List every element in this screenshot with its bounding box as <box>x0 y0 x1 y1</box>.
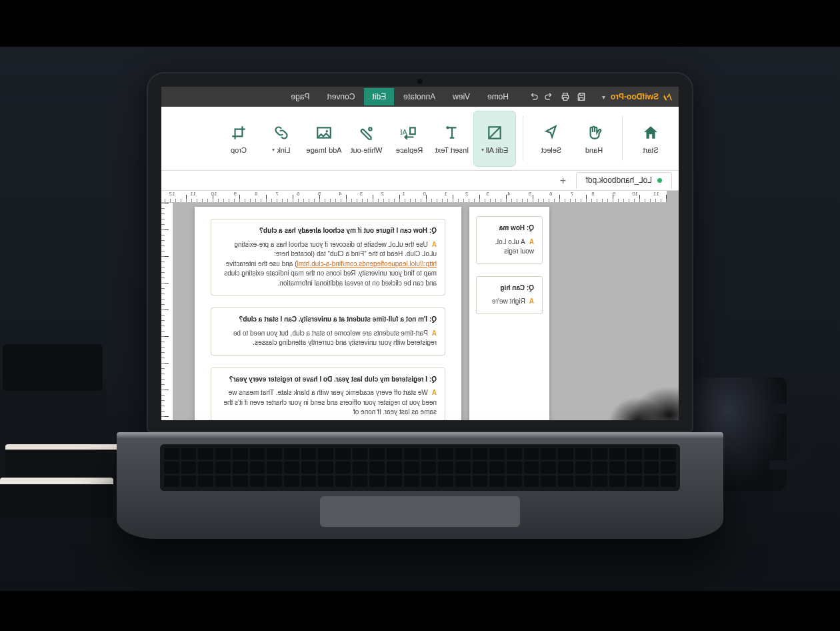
ruler-tick-label: 9 <box>225 191 246 197</box>
menu-edit[interactable]: Edit <box>364 88 394 105</box>
ruler-tick-label: 7 <box>561 191 583 197</box>
hand-icon <box>585 123 603 142</box>
qa-box-partial[interactable]: Q: How maA uLo LoL woul regis <box>476 216 543 264</box>
hand-button[interactable]: Hand <box>573 111 615 167</box>
tab-status-dot-icon <box>657 178 662 183</box>
undo-icon[interactable] <box>527 91 539 103</box>
white-out-button[interactable]: White-out <box>345 111 388 167</box>
ruler-tick-label: 11 <box>645 191 667 197</box>
decorative-smudge <box>605 367 679 420</box>
crop-label: Crop <box>231 146 247 154</box>
ruler-tick-label: 6 <box>288 191 309 197</box>
hand-label: Hand <box>585 146 603 154</box>
save-icon[interactable] <box>575 91 587 103</box>
ruler-tick-label: 7 <box>267 191 288 197</box>
ruler-tick-label: 2 <box>456 191 477 197</box>
add-image-label: Add Image <box>306 146 341 154</box>
svg-point-5 <box>326 130 328 132</box>
menu-annotate[interactable]: Annotate <box>395 88 443 105</box>
replace-button[interactable]: AB Replace <box>388 111 431 167</box>
cursor-icon <box>542 123 561 142</box>
ruler-tick-label: 4 <box>330 191 351 197</box>
laptop-trackpad <box>320 496 520 527</box>
ruler-tick-label: 3 <box>351 191 372 197</box>
app-brand: SwifDoo-Pro <box>611 92 659 101</box>
qa-box[interactable]: Q: How can I figure out if my school alr… <box>211 219 445 295</box>
start-label: Start <box>643 146 658 154</box>
qa-box-partial[interactable]: Q: Can higRight we're <box>476 276 543 314</box>
ribbon: Start Hand <box>161 107 679 171</box>
menu-convert[interactable]: Convert <box>319 88 363 105</box>
laptop: SwifDoo-Pro ▾ HomeViewAnnota <box>117 72 723 539</box>
link-icon <box>272 123 291 142</box>
ruler-tick-label: 5 <box>309 191 330 197</box>
insert-text-button[interactable]: Insert Text <box>431 111 473 167</box>
ruler-tick-label: 8 <box>583 191 604 197</box>
white-out-label: White-out <box>351 146 382 154</box>
print-icon[interactable] <box>559 91 571 103</box>
edit-all-icon <box>485 123 504 142</box>
replace-icon: AB <box>400 123 419 142</box>
edit-all-button[interactable]: Edit All▾ <box>473 111 516 167</box>
redo-icon[interactable] <box>543 91 555 103</box>
ruler-tick-label: 1 <box>435 191 457 197</box>
brand-dropdown-icon[interactable]: ▾ <box>602 93 605 101</box>
ruler-tick-label: 0 <box>414 191 435 197</box>
qa-question: Q: How ma <box>485 223 534 233</box>
replace-label: Replace <box>396 146 423 154</box>
workspace: 11109876543210123456789101112 Q: How can… <box>161 191 679 420</box>
svg-point-3 <box>369 127 371 130</box>
qa-answer: Right we're <box>485 297 534 307</box>
ruler-tick-label: 3 <box>477 191 499 197</box>
document-tab[interactable]: LoL_handbook.pdf <box>576 172 672 189</box>
insert-text-label: Insert Text <box>435 146 469 154</box>
ruler-tick-label: 12 <box>161 191 183 197</box>
select-label: Select <box>541 146 562 154</box>
menu-home[interactable]: Home <box>479 88 517 105</box>
start-button[interactable]: Start <box>629 111 672 167</box>
qa-box[interactable]: Q: I'm not a full-time student at a univ… <box>211 307 445 356</box>
qa-box[interactable]: Q: I registered my club last year. Do I … <box>211 368 445 421</box>
add-image-button[interactable]: Add Image <box>303 111 345 167</box>
pdf-page-left[interactable]: Q: How maA uLo LoL woul regisQ: Can higR… <box>469 207 549 420</box>
ruler-tick-label: 2 <box>372 191 393 197</box>
link-label: Link <box>277 146 290 154</box>
ruler-tick-label: 4 <box>498 191 519 197</box>
qa-question: Q: I registered my club last year. Do I … <box>219 375 437 385</box>
menu-view[interactable]: View <box>445 88 478 105</box>
titlebar: SwifDoo-Pro ▾ HomeViewAnnota <box>161 87 679 107</box>
qa-question: Q: Can hig <box>485 283 534 293</box>
crop-button[interactable]: Crop <box>217 111 260 167</box>
document-tab-label: LoL_handbook.pdf <box>586 175 652 185</box>
main-menu: HomeViewAnnotateEditConvertPage <box>283 88 517 105</box>
crop-icon <box>229 123 248 142</box>
ruler-tick-label: 6 <box>541 191 562 197</box>
prop-books <box>0 344 133 518</box>
laptop-screen-bezel: SwifDoo-Pro ▾ HomeViewAnnota <box>147 72 693 432</box>
ruler-tick-label: 1 <box>393 191 414 197</box>
horizontal-ruler: 11109876543210123456789101112 <box>161 191 667 203</box>
page-canvas[interactable]: Q: How can I figure out if my school alr… <box>173 203 679 420</box>
add-tab-button[interactable]: + <box>556 173 571 188</box>
ruler-tick-label: 10 <box>203 191 225 197</box>
qa-answer: Part-time students are welcome to start … <box>219 329 437 348</box>
qa-question: Q: I'm not a full-time student at a univ… <box>219 315 437 325</box>
pdf-page-right[interactable]: Q: How can I figure out if my school alr… <box>195 207 461 420</box>
document-tabstrip: LoL_handbook.pdf + <box>161 171 679 191</box>
qa-answer: A uLo LoL woul regis <box>485 237 534 257</box>
insert-text-icon <box>443 123 461 142</box>
laptop-keyboard <box>160 444 680 491</box>
ruler-tick-label: 8 <box>245 191 267 197</box>
qa-question: Q: How can I figure out if my school alr… <box>219 226 437 236</box>
ruler-tick-label: 10 <box>625 191 646 197</box>
qa-answer: Use the uLoL website to discover if your… <box>219 240 437 289</box>
vertical-ruler <box>161 203 173 420</box>
qa-link[interactable]: http://ulol.leagueoflegends.com/find-a-c… <box>297 260 437 267</box>
image-icon <box>315 123 333 142</box>
svg-rect-1 <box>410 127 415 134</box>
ruler-tick-label: 9 <box>603 191 625 197</box>
white-out-icon <box>357 123 376 142</box>
select-button[interactable]: Select <box>530 111 573 167</box>
link-button[interactable]: Link▾ <box>260 111 303 167</box>
menu-page[interactable]: Page <box>283 88 317 105</box>
